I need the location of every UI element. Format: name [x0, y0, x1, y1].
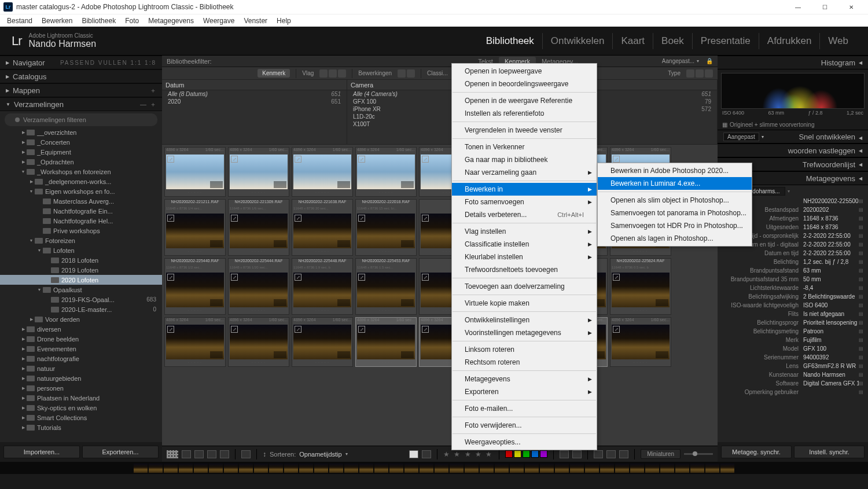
filmstrip-thumbnail[interactable] [600, 464, 614, 473]
tree-item[interactable]: ▼Eigen workshops en fo... [0, 186, 162, 196]
chevron-down-icon[interactable]: ▾ [345, 451, 348, 457]
filmstrip-thumbnail[interactable] [570, 464, 584, 473]
thumbnail-size-slider[interactable] [684, 453, 713, 455]
color-blue[interactable] [531, 450, 539, 458]
color-green[interactable] [523, 450, 530, 458]
expand-icon[interactable]: ⤢ [422, 274, 429, 281]
menu-item[interactable]: Kleurlabel instellen▶ [452, 251, 597, 263]
menu-item[interactable]: Bewerken in Luminar 4.exe... [598, 177, 752, 190]
menu-item[interactable]: Classificatie instellen▶ [452, 238, 597, 251]
menu-item[interactable]: Trefwoordsneltoets toevoegen [452, 263, 597, 276]
tree-item[interactable]: ▶Voor derden [0, 314, 162, 324]
filmstrip-thumbnail[interactable] [179, 464, 193, 473]
menu-item[interactable]: Naar verzameling gaan▶ [452, 166, 597, 179]
module-web[interactable]: Web [820, 33, 856, 49]
tree-item[interactable]: Nachtfotografie Hel... [0, 216, 162, 226]
filmstrip-thumbnail[interactable] [389, 464, 403, 473]
menu-item[interactable]: Foto samenvoegen▶ [452, 196, 597, 208]
menu-bewerken[interactable]: Bewerken [37, 16, 77, 26]
filmstrip-thumbnail[interactable] [720, 464, 734, 473]
plus-icon[interactable]: ＋ [150, 86, 156, 95]
sort-field[interactable]: Opnametijdstip [299, 451, 341, 458]
expand-icon[interactable]: ⤢ [295, 326, 301, 333]
expand-icon[interactable]: ⤢ [231, 156, 238, 163]
tree-item[interactable]: ▼_Workshops en fotoreizen [0, 167, 162, 177]
people-view-icon[interactable] [220, 450, 229, 458]
filmstrip-thumbnail[interactable] [435, 464, 448, 473]
filmstrip-thumbnail[interactable] [495, 464, 509, 473]
flag-unpicked[interactable] [329, 69, 337, 78]
filmstrip-thumbnail[interactable] [630, 464, 644, 473]
thumbnail-cell[interactable]: 4896 x 32641/60 sec...⤢· · · · · [355, 317, 417, 367]
expand-icon[interactable]: ⤢ [295, 215, 301, 222]
expand-icon[interactable]: ⤢ [358, 274, 365, 281]
rating-stars[interactable]: ★ ★ ★ ★ ★ [443, 450, 493, 458]
menu-item[interactable]: Virtuele kopie maken [452, 297, 597, 310]
thumbnail-cell[interactable]: 4896 x 32641/60 sec...⤢· · · · · [355, 147, 417, 197]
keywording-header[interactable]: woorden vastleggen◀ [718, 144, 868, 157]
filmstrip-thumbnail[interactable] [299, 464, 313, 473]
module-bibliotheek[interactable]: Bibliotheek [478, 33, 543, 49]
tree-item[interactable]: ▶Evenementen [0, 344, 162, 354]
menu-item[interactable]: Toevoegen aan doelverzameling [452, 280, 597, 293]
plus-icon[interactable]: ＋ [150, 100, 156, 109]
menu-item[interactable]: Tonen in Verkenner [452, 141, 597, 153]
tree-item[interactable]: Nachtfotografie Ein... [0, 206, 162, 216]
expand-icon[interactable]: ⤢ [231, 215, 238, 222]
filmstrip-thumbnail[interactable] [254, 464, 268, 473]
expand-icon[interactable]: ⤢ [358, 156, 365, 163]
tree-item[interactable]: ▶_Equipment [0, 147, 162, 157]
sort-direction[interactable]: ↕ [263, 450, 266, 458]
filmstrip-thumbnail[interactable] [374, 464, 388, 473]
thumbnail-cell[interactable]: NH20200202-221211.RAF11648 x 8736 1/4 se… [164, 199, 226, 256]
tree-item[interactable]: Prive workshops [0, 226, 162, 236]
tree-item[interactable]: 2020 Lofoten [0, 275, 162, 285]
minus-icon[interactable]: — [140, 101, 146, 108]
filmstrip-thumbnail[interactable] [149, 464, 163, 473]
filmstrip-thumbnail[interactable] [660, 464, 674, 473]
thumbnail-cell[interactable]: NH20200202-225440.RAF11648 x 8736 1/2 se… [164, 258, 226, 315]
menu-item[interactable]: Foto verwijderen... [452, 419, 597, 432]
import-button[interactable]: Importeren... [3, 446, 80, 458]
thumbnail-cell[interactable]: 4896 x 32641/60 sec...⤢· · · · · [292, 317, 353, 367]
menu-venster[interactable]: Venster [239, 16, 272, 26]
flag-picked[interactable] [319, 69, 328, 78]
menu-item[interactable]: Voorinstellingen metagegevens▶ [452, 326, 597, 339]
flag-rejected[interactable] [338, 69, 346, 78]
grid-view-icon[interactable] [167, 450, 178, 458]
sync-settings-button[interactable]: Instell. synchr. [794, 446, 865, 458]
expand-icon[interactable]: ⤢ [295, 156, 301, 163]
filmstrip-thumbnail[interactable] [404, 464, 418, 473]
menu-item[interactable]: Vergrendelen in tweede venster [452, 124, 597, 137]
module-ontwikkelen[interactable]: Ontwikkelen [543, 33, 613, 49]
compare-view-icon[interactable] [194, 450, 204, 458]
menu-item[interactable]: Ga naar map in bibliotheek [452, 153, 597, 166]
edit-on[interactable] [398, 69, 406, 78]
rotate-left-icon[interactable] [560, 450, 569, 458]
attrib-kenmerk[interactable]: Kenmerk [258, 69, 290, 78]
menu-item[interactable]: Samenvoegen tot HDR Pro in Photoshop... [598, 219, 752, 232]
menu-bibliotheek[interactable]: Bibliotheek [77, 16, 120, 26]
thumbnail-cell[interactable]: NH20200202-225453.RAF11648 x 8736 1.5 se… [355, 258, 417, 315]
filmstrip[interactable] [0, 462, 868, 474]
expand-icon[interactable]: ⤢ [422, 156, 429, 163]
expand-icon[interactable]: ⤢ [358, 215, 365, 222]
tree-item[interactable]: ▶_deelgenomen-works... [0, 177, 162, 186]
tree-item[interactable]: 2018 Lofoten [0, 255, 162, 265]
filmstrip-thumbnail[interactable] [329, 464, 343, 473]
expand-icon[interactable]: ⤢ [358, 326, 365, 333]
module-afdrukken[interactable]: Afdrukken [759, 33, 821, 49]
menu-item[interactable]: Metagegevens▶ [452, 373, 597, 385]
tree-item[interactable]: Masterclass Auverg... [0, 196, 162, 206]
survey-view-icon[interactable] [207, 450, 216, 458]
menu-item[interactable]: Openen in de weergave Referentie [452, 94, 597, 107]
menu-item[interactable]: Instellen als referentiefoto [452, 107, 597, 120]
tree-item[interactable]: ▼Lofoten [0, 245, 162, 255]
expand-icon[interactable]: ⤢ [613, 326, 620, 333]
tree-item[interactable]: ▶_Concerten [0, 137, 162, 147]
filmstrip-thumbnail[interactable] [314, 464, 328, 473]
tree-item[interactable]: ▼Opaalkust [0, 285, 162, 295]
expand-icon[interactable]: ⤢ [422, 215, 429, 222]
menu-item[interactable]: Rechtsom roteren [452, 356, 597, 369]
menu-metagegevens[interactable]: Metagegevens [144, 16, 198, 26]
